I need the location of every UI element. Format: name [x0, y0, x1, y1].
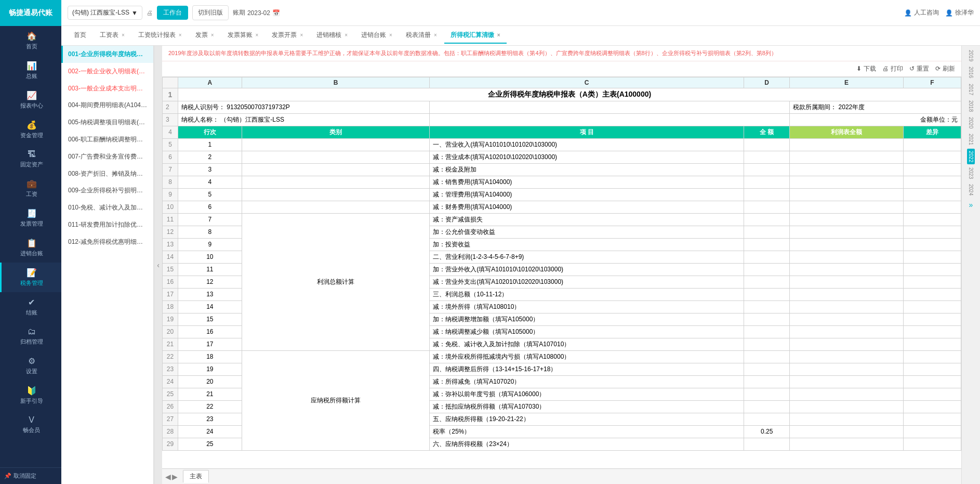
amount-cell[interactable]: [744, 188, 790, 201]
profit-cell[interactable]: [790, 350, 904, 363]
diff-cell[interactable]: [904, 151, 961, 163]
amount-cell[interactable]: [744, 325, 790, 338]
sub-sidebar-item-010[interactable]: 010-免税、减计收入及加计...: [61, 199, 153, 216]
tab-invoice-close[interactable]: ×: [211, 32, 214, 38]
tab-salary-report-close[interactable]: ×: [179, 32, 182, 38]
sidebar-item-funds[interactable]: 💰 资金管理: [0, 115, 61, 145]
sub-sidebar-item-001[interactable]: 001-企业所得税年度纳税申...: [61, 46, 153, 63]
profit-cell[interactable]: [790, 151, 904, 163]
sidebar-item-archive[interactable]: 🗂 归档管理: [0, 322, 61, 351]
timeline-year-2021[interactable]: 2021: [967, 132, 975, 147]
profit-cell[interactable]: [790, 288, 904, 300]
profit-cell[interactable]: [790, 400, 904, 413]
diff-cell[interactable]: [904, 213, 961, 226]
diff-cell[interactable]: [904, 188, 961, 201]
profit-cell[interactable]: [790, 188, 904, 201]
amount-cell[interactable]: [744, 438, 790, 450]
profit-cell[interactable]: [790, 176, 904, 188]
diff-cell[interactable]: [904, 400, 961, 413]
workspace-button[interactable]: 工作台: [157, 6, 188, 20]
sub-sidebar-item-005[interactable]: 005-纳税调整项目明细表(A1...: [61, 114, 153, 131]
diff-cell[interactable]: [904, 138, 961, 151]
profit-cell[interactable]: [790, 388, 904, 400]
sub-sidebar-item-006[interactable]: 006-职工薪酬纳税调整明细...: [61, 131, 153, 148]
sidebar-item-member[interactable]: V 畅会员: [0, 410, 61, 439]
amount-cell[interactable]: [744, 413, 790, 425]
tab-income-tax[interactable]: 所得税汇算清缴×: [444, 28, 507, 44]
old-version-button[interactable]: 切到旧版: [192, 5, 229, 20]
tab-salary-close[interactable]: ×: [122, 32, 125, 38]
sidebar-item-settings[interactable]: ⚙ 设置: [0, 351, 61, 381]
profit-cell[interactable]: [790, 413, 904, 425]
profit-cell[interactable]: [790, 363, 904, 375]
diff-cell[interactable]: [904, 163, 961, 176]
tab-purchase-ledger[interactable]: 进销台账×: [355, 28, 399, 44]
diff-cell[interactable]: [904, 288, 961, 300]
diff-cell[interactable]: [904, 300, 961, 313]
diff-cell[interactable]: [904, 251, 961, 263]
bottom-tab-main[interactable]: 主表: [183, 470, 209, 483]
diff-cell[interactable]: [904, 263, 961, 276]
diff-cell[interactable]: [904, 176, 961, 188]
sidebar-item-ledger[interactable]: 📊 总账: [0, 56, 61, 85]
diff-cell[interactable]: [904, 238, 961, 251]
account-period-value[interactable]: 2023-02: [247, 9, 270, 17]
sidebar-item-salary[interactable]: 💼 工资: [0, 174, 61, 203]
amount-cell[interactable]: [744, 388, 790, 400]
amount-cell[interactable]: [744, 375, 790, 388]
amount-cell[interactable]: [744, 138, 790, 151]
profit-cell[interactable]: [790, 138, 904, 151]
amount-cell[interactable]: [744, 238, 790, 251]
sub-sidebar-item-004[interactable]: 004-期间费用明细表(A1040...: [61, 97, 153, 114]
diff-cell[interactable]: [904, 325, 961, 338]
sidebar-item-guide[interactable]: 🔰 新手引导: [0, 381, 61, 410]
user-profile[interactable]: 👤 徐泽华: [945, 8, 974, 17]
amount-cell[interactable]: [744, 350, 790, 363]
tab-invoice-calc[interactable]: 发票算账×: [221, 28, 265, 44]
diff-cell[interactable]: [904, 363, 961, 375]
amount-cell[interactable]: [744, 226, 790, 238]
amount-cell[interactable]: [744, 151, 790, 163]
tab-invoice-calc-close[interactable]: ×: [256, 32, 259, 38]
profit-cell[interactable]: [790, 276, 904, 288]
tab-invoice-open[interactable]: 发票开票×: [266, 28, 309, 44]
calendar-icon[interactable]: 📅: [272, 9, 280, 17]
amount-cell[interactable]: [744, 276, 790, 288]
sub-sidebar-item-003[interactable]: 003-一般企业成本支出明细...: [61, 80, 153, 97]
timeline-year-2022[interactable]: 2022: [967, 149, 975, 164]
timeline-year-2017[interactable]: 2017: [967, 82, 975, 97]
timeline-year-2023[interactable]: 2023: [967, 165, 975, 181]
diff-cell[interactable]: [904, 388, 961, 400]
profit-cell[interactable]: [790, 163, 904, 176]
sub-sidebar-item-009[interactable]: 009-企业所得税补亏损明细...: [61, 182, 153, 199]
reset-button[interactable]: ↺ 重置: [909, 64, 929, 73]
tab-purchase-audit-close[interactable]: ×: [345, 32, 348, 38]
amount-cell[interactable]: [744, 300, 790, 313]
sidebar-item-home[interactable]: 🏠 首页: [0, 26, 61, 56]
tab-income-tax-close[interactable]: ×: [497, 32, 500, 38]
profit-cell[interactable]: [790, 213, 904, 226]
diff-cell[interactable]: [904, 375, 961, 388]
sub-sidebar-item-011[interactable]: 011-研发费用加计扣除优惠...: [61, 216, 153, 233]
diff-cell[interactable]: [904, 413, 961, 425]
profit-cell[interactable]: [790, 325, 904, 338]
amount-cell[interactable]: [744, 213, 790, 226]
tab-salary-report[interactable]: 工资统计报表×: [132, 28, 188, 44]
amount-cell[interactable]: 0.25: [744, 425, 790, 438]
tab-salary[interactable]: 工资表×: [94, 28, 131, 44]
profit-cell[interactable]: [790, 300, 904, 313]
amount-cell[interactable]: [744, 313, 790, 325]
download-button[interactable]: ⬇ 下载: [856, 64, 876, 73]
timeline-year-2019[interactable]: 2019: [967, 48, 975, 63]
timeline-year-2024[interactable]: 2024: [967, 182, 975, 198]
profit-cell[interactable]: [790, 226, 904, 238]
sub-sidebar-item-002[interactable]: 002-一般企业收入明细表(A1...: [61, 63, 153, 80]
amount-cell[interactable]: [744, 201, 790, 213]
sidebar-item-tax[interactable]: 📝 税务管理: [0, 263, 61, 292]
diff-cell[interactable]: [904, 350, 961, 363]
profit-cell[interactable]: [790, 201, 904, 213]
diff-cell[interactable]: [904, 201, 961, 213]
amount-cell[interactable]: [744, 263, 790, 276]
diff-cell[interactable]: [904, 338, 961, 350]
company-selector[interactable]: (勾销) 江西服宝-LSS ▼: [68, 6, 142, 20]
